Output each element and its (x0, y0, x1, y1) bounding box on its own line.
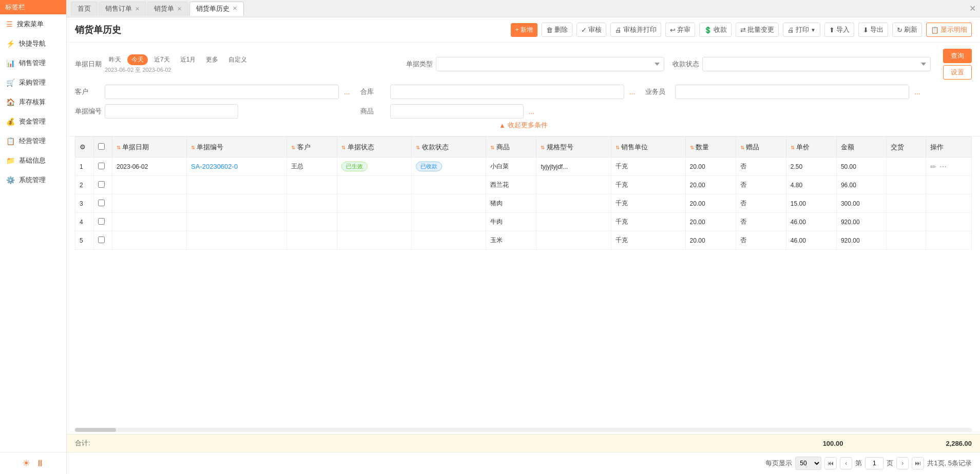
abandon-button[interactable]: ↩ 弃审 (665, 23, 695, 37)
sidebar-item-inventory[interactable]: 🏠 库存核算 (0, 92, 66, 112)
row-checkbox-5[interactable] (94, 231, 112, 250)
col-collect-status[interactable]: ⇅ 收款状态 (412, 137, 486, 157)
row-checkbox-3[interactable] (94, 194, 112, 213)
col-doc-date[interactable]: ⇅ 单据日期 (112, 137, 187, 157)
col-doc-no[interactable]: ⇅ 单据编号 (187, 137, 287, 157)
row-price-3: 15.00 (786, 194, 836, 213)
sidebar-item-purchase-mgmt[interactable]: 🛒 采购管理 (0, 73, 66, 92)
more-icon-1[interactable]: ⋯ (939, 163, 947, 171)
audit-print-button[interactable]: 🖨 审核并打印 (610, 23, 661, 37)
sidebar-item-sales-mgmt[interactable]: 📊 销售管理 (0, 53, 66, 73)
sidebar-item-basic-info[interactable]: 📁 基础信息 (0, 151, 66, 170)
date-pill-yesterday[interactable]: 昨天 (105, 54, 125, 65)
collapse-filter-button[interactable]: ▲ 收起更多条件 (75, 121, 972, 130)
new-button[interactable]: + 新增 (511, 23, 537, 37)
col-qty[interactable]: ⇅ 数量 (685, 137, 736, 157)
warehouse-ellipsis[interactable]: ... (627, 88, 638, 96)
page-number-input[interactable] (865, 457, 883, 469)
show-details-button[interactable]: 📋 显示明细 (926, 23, 972, 37)
col-unit-price[interactable]: ⇅ 单价 (786, 137, 836, 157)
col-sales-unit[interactable]: ⇅ 销售单位 (611, 137, 685, 157)
row-goods-5: 玉米 (486, 231, 536, 250)
refresh-button[interactable]: ↻ 刷新 (892, 23, 922, 37)
customer-ellipsis[interactable]: ... (342, 88, 352, 96)
row-select-5[interactable] (98, 236, 105, 243)
toolbar: + 新增 🗑 删除 ✓ 审核 🖨 审核并打印 ↩ 弃审 (511, 23, 972, 37)
sidebar-item-operations[interactable]: 📋 经营管理 (0, 131, 66, 151)
col-gear[interactable]: ⚙ (75, 137, 94, 157)
next-page-button[interactable]: › (896, 457, 909, 469)
sidebar-item-system-mgmt[interactable]: ⚙️ 系统管理 (0, 170, 66, 190)
row-select-2[interactable] (98, 181, 105, 188)
row-actions-3 (926, 194, 972, 213)
doc-type-select[interactable] (436, 57, 664, 71)
batch-change-button[interactable]: ⇄ 批量变更 (736, 23, 779, 37)
query-button[interactable]: 查询 (943, 49, 972, 63)
row-checkbox-1[interactable] (94, 157, 112, 176)
date-pill-1month[interactable]: 近1月 (176, 54, 200, 65)
col-goods[interactable]: ⇅ 商品 (486, 137, 536, 157)
col-spec-type[interactable]: ⇅ 规格型号 (536, 137, 611, 157)
salesperson-input[interactable] (675, 85, 909, 99)
row-qty-5: 20.00 (685, 231, 736, 250)
tab-home[interactable]: 首页 (71, 2, 98, 16)
goods-input[interactable] (390, 104, 524, 118)
sidebar-collapse-icon[interactable]: ⏸ (35, 458, 45, 469)
date-pill-more[interactable]: 更多 (202, 54, 222, 65)
tab-sales-goods-close[interactable]: ✕ (177, 6, 182, 12)
tab-sales-order[interactable]: 销售订单 ✕ (99, 2, 146, 16)
print-button[interactable]: 🖨 打印 ▼ (783, 23, 820, 37)
sidebar-settings-icon[interactable]: ☀ (22, 458, 30, 469)
col-gift[interactable]: ⇅ 赠品 (736, 137, 786, 157)
per-page-select[interactable]: 50 20 100 (795, 457, 821, 470)
row-no-1[interactable]: SA-20230602-0 (187, 157, 287, 176)
page-title: 销货单历史 (75, 24, 511, 36)
scroll-thumb[interactable] (75, 428, 116, 432)
col-checkbox[interactable] (94, 137, 112, 157)
tab-home-label: 首页 (78, 4, 91, 13)
sidebar-item-quick-nav[interactable]: ⚡ 快捷导航 (0, 34, 66, 53)
tab-sales-history-close[interactable]: ✕ (233, 5, 237, 12)
row-select-1[interactable] (98, 163, 105, 169)
tab-sales-goods[interactable]: 销货单 ✕ (147, 2, 188, 16)
export-icon: ⬇ (863, 26, 869, 34)
date-pill-today[interactable]: 今天 (127, 54, 148, 65)
customer-input[interactable] (105, 85, 339, 99)
main-area: 首页 销售订单 ✕ 销货单 ✕ 销货单历史 ✕ ✕ 销货单历史 + 新增 🗑 删… (67, 0, 980, 474)
warehouse-input[interactable] (390, 85, 624, 99)
tab-sales-order-close[interactable]: ✕ (135, 6, 140, 12)
date-pill-custom[interactable]: 自定义 (224, 54, 251, 65)
sidebar-item-search-menu[interactable]: ☰ 搜索菜单 (0, 14, 66, 34)
collect-button[interactable]: 💲 收款 (699, 23, 732, 37)
select-all-checkbox[interactable] (98, 143, 105, 150)
last-page-button[interactable]: ⏭ (912, 457, 924, 469)
filter-group-warehouse: 合库 ... (360, 85, 638, 99)
edit-icon-1[interactable]: ✏ (930, 163, 936, 171)
delete-button[interactable]: 🗑 删除 (542, 23, 572, 37)
goods-ellipsis[interactable]: ... (527, 107, 537, 115)
tab-sales-history[interactable]: 销货单历史 ✕ (189, 2, 244, 16)
settings-button[interactable]: 设置 (943, 65, 972, 80)
close-all-tabs-button[interactable]: ✕ (969, 4, 976, 13)
row-qty-4: 20.00 (685, 213, 736, 231)
date-pill-7days[interactable]: 近7天 (150, 54, 174, 65)
audit-button[interactable]: ✓ 审核 (577, 23, 606, 37)
row-select-4[interactable] (98, 218, 105, 225)
horizontal-scrollbar[interactable] (75, 428, 972, 432)
row-checkbox-2[interactable] (94, 176, 112, 194)
page-label: 页 (887, 459, 893, 468)
filter-row-3: 单据编号 商品 ... (75, 104, 972, 118)
collect-status-select[interactable] (702, 57, 931, 71)
sidebar-item-finance[interactable]: 💰 资金管理 (0, 112, 66, 131)
col-doc-status[interactable]: ⇅ 单据状态 (337, 137, 412, 157)
doc-no-link-1[interactable]: SA-20230602-0 (191, 163, 238, 170)
first-page-button[interactable]: ⏮ (824, 457, 837, 469)
salesperson-ellipsis[interactable]: ... (912, 88, 923, 96)
export-button[interactable]: ⬇ 导出 (858, 23, 888, 37)
import-button[interactable]: ⬆ 导入 (824, 23, 854, 37)
row-select-3[interactable] (98, 200, 105, 206)
row-checkbox-4[interactable] (94, 213, 112, 231)
col-customer[interactable]: ⇅ 客户 (287, 137, 337, 157)
doc-no-input[interactable] (105, 104, 238, 118)
prev-page-button[interactable]: ‹ (840, 457, 852, 469)
